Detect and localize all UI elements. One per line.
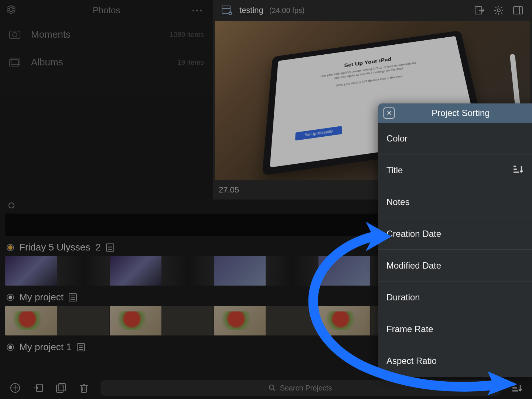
layout-icon[interactable]: [511, 4, 525, 17]
photos-app-icon: [6, 4, 16, 16]
trash-icon[interactable]: [78, 382, 90, 394]
sort-option-duration[interactable]: Duration: [378, 282, 532, 313]
sidebar-item-count: 19 items: [177, 58, 204, 66]
svg-line-30: [273, 389, 275, 391]
sort-option-aspect-ratio[interactable]: Aspect Ratio: [378, 345, 532, 377]
more-options-icon[interactable]: [192, 10, 202, 11]
svg-point-6: [12, 6, 14, 8]
project-sorting-popover: ✕ Project Sorting Color Title Notes Crea…: [378, 103, 532, 377]
sort-option-frame-rate[interactable]: Frame Rate: [378, 313, 532, 345]
sort-option-label: Color: [386, 133, 407, 144]
sort-option-title[interactable]: Title: [378, 154, 532, 186]
sort-option-label: Duration: [386, 292, 420, 303]
moments-icon: [9, 30, 21, 40]
timecode: 27.05: [219, 185, 239, 195]
bottom-toolbar: + Search Projects: [0, 377, 532, 399]
svg-point-1: [10, 6, 12, 8]
sidebar-item-count: 1089 items: [170, 31, 204, 39]
svg-point-18: [497, 9, 500, 12]
sort-option-label: Creation Date: [386, 229, 441, 239]
sidebar-header: Photos: [0, 0, 213, 21]
duplicate-icon[interactable]: +: [55, 382, 67, 394]
sidebar-item-label: Moments: [31, 29, 159, 40]
project-name: My project: [19, 291, 64, 303]
ipad-screen-text: Use your existing iOS device running iOS…: [320, 61, 418, 90]
sort-option-color[interactable]: Color: [378, 123, 532, 154]
project-name: Friday 5 Ulysses: [19, 242, 90, 253]
svg-point-8: [12, 11, 14, 13]
search-placeholder: Search Projects: [280, 384, 332, 392]
ipad-setup-button: Set Up Manually: [295, 126, 342, 141]
popover-header: ✕ Project Sorting: [378, 103, 532, 123]
svg-point-4: [13, 8, 15, 11]
project-color-marker[interactable]: [7, 294, 14, 301]
sort-option-label: Notes: [386, 197, 410, 207]
sort-direction-icon: [513, 165, 524, 176]
project-color-marker[interactable]: [7, 344, 14, 351]
project-color-marker[interactable]: [7, 244, 14, 251]
sort-option-creation-date[interactable]: Creation Date: [378, 218, 532, 250]
svg-point-5: [8, 6, 10, 8]
svg-point-10: [13, 33, 17, 37]
gear-icon[interactable]: [492, 4, 505, 17]
project-clip-count: 2: [95, 242, 100, 253]
sort-button[interactable]: [511, 382, 523, 394]
sort-option-modified-date[interactable]: Modified Date: [378, 250, 532, 282]
note-icon[interactable]: [69, 293, 77, 301]
sort-option-label: Modified Date: [386, 260, 441, 271]
project-name: My project 1: [19, 341, 72, 353]
export-icon[interactable]: [473, 4, 486, 17]
note-icon[interactable]: [106, 243, 114, 252]
svg-text:+: +: [61, 384, 64, 390]
svg-rect-19: [514, 7, 522, 14]
sort-option-label: Frame Rate: [386, 324, 433, 334]
popover-title: Project Sorting: [432, 108, 490, 118]
sort-option-label: Title: [386, 165, 403, 175]
svg-point-2: [10, 11, 12, 14]
svg-text:+: +: [229, 12, 231, 16]
add-icon[interactable]: [9, 382, 21, 394]
preview-header: + testing (24.00 fps): [213, 0, 532, 21]
svg-point-7: [8, 11, 10, 13]
close-icon[interactable]: ✕: [383, 108, 395, 119]
svg-point-29: [269, 385, 274, 389]
project-fps: (24.00 fps): [269, 6, 305, 15]
search-projects-input[interactable]: Search Projects: [100, 380, 500, 396]
note-icon[interactable]: [77, 343, 85, 351]
albums-icon: [9, 57, 21, 68]
sidebar-title: Photos: [93, 5, 120, 16]
sort-option-notes[interactable]: Notes: [378, 186, 532, 218]
add-project-icon[interactable]: +: [220, 4, 233, 17]
svg-point-3: [7, 8, 9, 11]
svg-point-21: [9, 203, 14, 208]
sort-option-label: Aspect Ratio: [386, 356, 437, 366]
import-icon[interactable]: [32, 382, 44, 394]
photos-sidebar: Photos Moments 1089 items Albums 19 item…: [0, 0, 213, 200]
sidebar-item-label: Albums: [31, 57, 167, 68]
project-title: testing: [239, 6, 263, 15]
sidebar-item-moments[interactable]: Moments 1089 items: [0, 21, 213, 48]
sidebar-item-albums[interactable]: Albums 19 items: [0, 48, 213, 76]
search-icon: [269, 384, 276, 392]
